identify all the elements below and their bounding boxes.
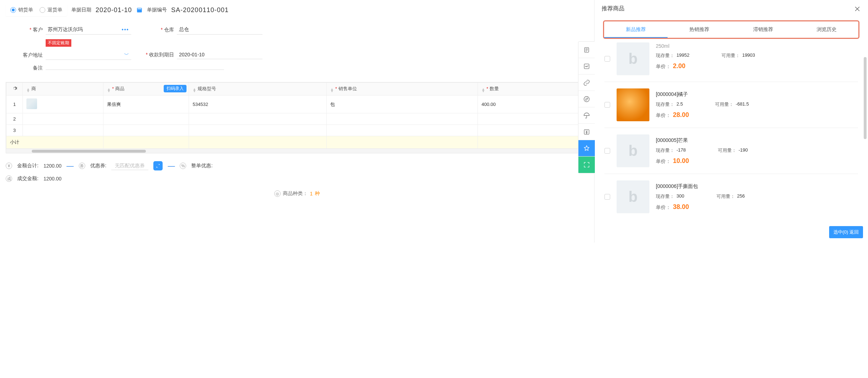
th-settings[interactable] xyxy=(6,83,23,96)
tab-new[interactable]: 新品推荐 xyxy=(604,21,668,38)
list-item[interactable]: b [0000006]手撕面包 现存量：300 可用量：256 单价：38.00 xyxy=(604,174,858,216)
footer-kind-value: 1 xyxy=(310,191,313,196)
deal-value: 1200.00 xyxy=(44,176,62,182)
radio-sales[interactable]: 销货单 xyxy=(10,7,33,13)
yen-icon: ¥ xyxy=(6,163,12,169)
tab-slow[interactable]: 滞销推荐 xyxy=(731,21,795,38)
footer-icon: ◎ xyxy=(274,190,281,197)
item-checkbox[interactable] xyxy=(604,194,610,200)
refresh-coupon-button[interactable] xyxy=(153,161,163,170)
coupon-label: 优惠券: xyxy=(90,163,107,169)
amount-label: 金额合计: xyxy=(17,163,39,169)
minus-icon: — xyxy=(168,162,175,170)
th-qty[interactable]: ▲▼数量 xyxy=(478,83,588,96)
item-image: b xyxy=(617,42,649,75)
radio-return[interactable]: 退货单 xyxy=(40,7,62,13)
period-badge: 不固定账期 xyxy=(46,39,71,47)
customer-label: 客户 xyxy=(11,27,43,33)
tool-link-icon[interactable] xyxy=(578,75,595,91)
list-item[interactable]: [0000004]橘子 现存量：2.5 可用量：-681.5 单价：28.00 xyxy=(604,82,858,128)
address-input[interactable]: ﹀ xyxy=(46,50,131,60)
deal-icon: 成 xyxy=(6,175,12,182)
tool-chart-icon[interactable] xyxy=(578,58,595,75)
tab-history[interactable]: 浏览历史 xyxy=(795,21,858,38)
list-item[interactable]: b [0000005]芒果 现存量：-178 可用量：-190 单价：10.00 xyxy=(604,128,858,174)
remark-input[interactable] xyxy=(46,67,224,70)
item-checkbox[interactable] xyxy=(604,56,610,62)
line-items-grid[interactable]: ▲▼商 ▲▼商品扫码录入 ▲▼规格型号 ▲▼销售单位 ▲▼数量 1 果倍爽 53… xyxy=(6,82,588,153)
close-icon[interactable] xyxy=(854,5,861,12)
customer-input[interactable]: 苏州万达沃尔玛 ••• xyxy=(46,25,131,35)
side-toolbar xyxy=(578,41,594,173)
chevron-down-icon[interactable]: ﹀ xyxy=(124,52,129,58)
due-label: 收款到期日 xyxy=(142,52,174,58)
amount-value: 1200.00 xyxy=(44,163,62,169)
tool-note-icon[interactable] xyxy=(578,42,595,58)
coupon-icon: 券 xyxy=(79,163,85,169)
warehouse-input[interactable]: 总仓 xyxy=(177,25,262,35)
tool-transfer-icon[interactable] xyxy=(578,91,595,107)
item-image xyxy=(617,88,649,121)
discount-icon: % xyxy=(180,163,186,169)
grid-hscrollbar[interactable] xyxy=(6,149,588,153)
deal-label: 成交金额: xyxy=(17,175,39,182)
item-checkbox[interactable] xyxy=(604,102,610,108)
item-checkbox[interactable] xyxy=(604,148,610,154)
right-panel-title: 推荐商品 xyxy=(602,5,624,12)
doc-no-value: SA-20200110-001 xyxy=(171,6,229,14)
minus-icon: — xyxy=(67,162,74,170)
tool-expand-icon[interactable] xyxy=(578,157,595,173)
doc-type-radio[interactable]: 销货单 退货单 xyxy=(6,4,67,16)
svg-point-2 xyxy=(584,96,589,102)
tool-yen-icon[interactable] xyxy=(578,124,595,140)
select-return-button[interactable]: 选中(0) 返回 xyxy=(829,226,863,238)
recommend-list[interactable]: b 250ml 现存量：19952 可用量：19903 单价：2.00 [000… xyxy=(594,41,868,216)
calendar-icon[interactable] xyxy=(136,7,143,13)
scan-entry-button[interactable]: 扫码录入 xyxy=(164,85,187,92)
customer-lookup-icon[interactable]: ••• xyxy=(122,27,129,32)
table-row[interactable]: 3 xyxy=(6,125,588,136)
bill-discount-label: 整单优惠: xyxy=(191,163,213,169)
product-thumb xyxy=(26,98,37,109)
coupon-input[interactable]: 无匹配优惠券 xyxy=(111,162,148,170)
tool-umbrella-icon[interactable] xyxy=(578,107,595,124)
doc-date-label: 单据日期 xyxy=(71,7,91,13)
tab-hot[interactable]: 热销推荐 xyxy=(668,21,731,38)
table-row[interactable]: 2 xyxy=(6,113,588,125)
recommend-tabs: 新品推荐 热销推荐 滞销推荐 浏览历史 xyxy=(603,20,859,39)
tool-star-icon[interactable] xyxy=(578,140,595,157)
right-scrollbar[interactable] xyxy=(864,57,867,139)
doc-no-label: 单据编号 xyxy=(147,7,167,13)
doc-date-value[interactable]: 2020-01-10 xyxy=(96,6,132,14)
th-unit[interactable]: ▲▼销售单位 xyxy=(327,83,478,96)
subtotal-row: 小计 xyxy=(6,136,588,149)
th-image[interactable]: ▲▼商 xyxy=(23,83,103,96)
item-image: b xyxy=(617,134,649,167)
list-item[interactable]: b 250ml 现存量：19952 可用量：19903 单价：2.00 xyxy=(604,41,858,82)
due-input[interactable]: 2020-01-10 xyxy=(177,50,262,59)
warehouse-label: 仓库 xyxy=(142,27,174,33)
footer-kind-label: 商品种类： xyxy=(283,190,308,197)
th-product[interactable]: ▲▼商品扫码录入 xyxy=(103,83,189,96)
th-spec[interactable]: ▲▼规格型号 xyxy=(189,83,327,96)
remark-label: 备注 xyxy=(11,65,43,71)
item-image: b xyxy=(617,180,649,213)
footer-kind-unit: 种 xyxy=(315,190,320,197)
address-label: 客户地址 xyxy=(11,52,43,58)
table-row[interactable]: 1 果倍爽 534532 包 400.00 xyxy=(6,96,588,113)
